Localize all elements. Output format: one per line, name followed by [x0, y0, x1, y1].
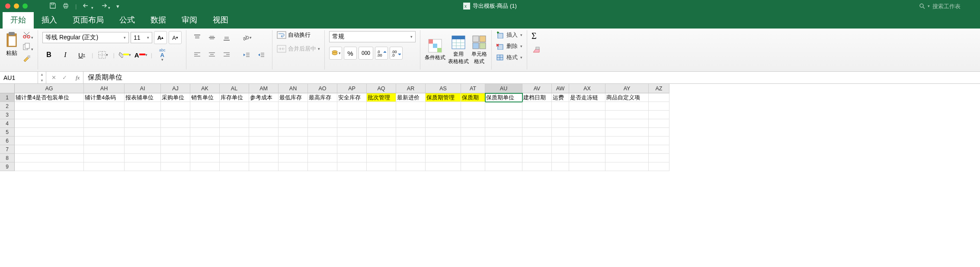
cell-AX3[interactable] [569, 111, 605, 119]
cell-AO9[interactable] [308, 162, 337, 171]
cell-AQ9[interactable] [367, 162, 396, 171]
row-header-4[interactable]: 4 [0, 119, 15, 128]
cell-AX8[interactable] [569, 154, 605, 162]
cell-AO3[interactable] [308, 111, 337, 119]
cell-AX4[interactable] [569, 119, 605, 128]
cell-AW1[interactable]: 运费 [552, 93, 569, 102]
cell-AN9[interactable] [279, 162, 308, 171]
cell-AP2[interactable] [337, 102, 367, 111]
cell-styles-button[interactable]: 单元格 格式 [471, 35, 487, 65]
cell-AQ7[interactable] [367, 145, 396, 154]
cell-AG2[interactable] [15, 102, 84, 111]
percent-icon[interactable]: % [344, 47, 357, 60]
cell-AV8[interactable] [522, 154, 552, 162]
column-header-AK[interactable]: AK [190, 84, 220, 93]
align-center-icon[interactable] [205, 48, 218, 61]
cell-AU6[interactable] [485, 137, 522, 145]
cell-AX9[interactable] [569, 162, 605, 171]
cell-AJ3[interactable] [161, 111, 190, 119]
cell-AQ1[interactable]: 批次管理 [367, 93, 396, 102]
cell-AM6[interactable] [249, 137, 279, 145]
tab-公式[interactable]: 公式 [112, 11, 143, 29]
cell-AW4[interactable] [552, 119, 569, 128]
autosum-icon[interactable]: Σ [532, 31, 541, 41]
column-header-AQ[interactable]: AQ [367, 84, 396, 93]
cell-AH2[interactable] [84, 102, 125, 111]
namebox-spinner[interactable]: ▲▼ [38, 72, 46, 83]
cut-icon[interactable]: ▾ [22, 31, 33, 40]
cell-AP9[interactable] [337, 162, 367, 171]
cell-AR6[interactable] [396, 137, 426, 145]
cell-AW9[interactable] [552, 162, 569, 171]
cell-AL4[interactable] [220, 119, 249, 128]
cell-AI3[interactable] [125, 111, 161, 119]
cell-AK5[interactable] [190, 128, 220, 137]
cell-AY2[interactable] [605, 102, 649, 111]
cell-AX6[interactable] [569, 137, 605, 145]
cell-AN1[interactable]: 最低库存 [279, 93, 308, 102]
cell-AZ4[interactable] [649, 119, 669, 128]
row-header-2[interactable]: 2 [0, 102, 15, 111]
cell-AV7[interactable] [522, 145, 552, 154]
tab-视图[interactable]: 视图 [205, 11, 236, 29]
cell-AI8[interactable] [125, 154, 161, 162]
cell-AT1[interactable]: 保质期 [461, 93, 485, 102]
cell-AK8[interactable] [190, 154, 220, 162]
cell-AZ6[interactable] [649, 137, 669, 145]
cell-AH3[interactable] [84, 111, 125, 119]
cell-AO2[interactable] [308, 102, 337, 111]
cell-AT5[interactable] [461, 128, 485, 137]
cell-AV9[interactable] [522, 162, 552, 171]
cell-AS6[interactable] [426, 137, 461, 145]
cell-AW5[interactable] [552, 128, 569, 137]
column-header-AO[interactable]: AO [308, 84, 337, 93]
cell-AL9[interactable] [220, 162, 249, 171]
format-cells-button[interactable]: 格式▾ [496, 54, 522, 61]
cell-AM5[interactable] [249, 128, 279, 137]
cell-AW8[interactable] [552, 154, 569, 162]
comma-icon[interactable]: 000 [359, 47, 373, 60]
cell-AM1[interactable]: 参考成本 [249, 93, 279, 102]
cell-AL1[interactable]: 库存单位 [220, 93, 249, 102]
cell-AM4[interactable] [249, 119, 279, 128]
cell-AK9[interactable] [190, 162, 220, 171]
cell-AG4[interactable] [15, 119, 84, 128]
cell-AV1[interactable]: 建档日期 [522, 93, 552, 102]
cancel-formula-icon[interactable]: ✕ [51, 74, 56, 81]
cell-AZ7[interactable] [649, 145, 669, 154]
align-top-icon[interactable] [191, 31, 204, 44]
cell-AX5[interactable] [569, 128, 605, 137]
cell-AU3[interactable] [485, 111, 522, 119]
cell-AJ6[interactable] [161, 137, 190, 145]
cell-AP5[interactable] [337, 128, 367, 137]
column-header-AY[interactable]: AY [605, 84, 649, 93]
cell-AO1[interactable]: 最高库存 [308, 93, 337, 102]
cell-AH6[interactable] [84, 137, 125, 145]
select-all-corner[interactable] [0, 84, 15, 93]
merge-center-button[interactable]: 合并后居中▾ [277, 45, 320, 53]
fx-icon[interactable]: fx [72, 72, 83, 83]
column-header-AP[interactable]: AP [337, 84, 367, 93]
cell-AY1[interactable]: 商品自定义项 [605, 93, 649, 102]
cell-AY9[interactable] [605, 162, 649, 171]
cell-AS9[interactable] [426, 162, 461, 171]
format-as-table-button[interactable]: 套用 表格格式 [448, 35, 469, 65]
row-header-3[interactable]: 3 [0, 111, 15, 119]
row-header-1[interactable]: 1 [0, 93, 15, 102]
increase-font-icon[interactable]: A▴ [154, 31, 167, 44]
cell-AQ3[interactable] [367, 111, 396, 119]
cell-AH7[interactable] [84, 145, 125, 154]
column-header-AS[interactable]: AS [426, 84, 461, 93]
cell-AK7[interactable] [190, 145, 220, 154]
cell-AQ4[interactable] [367, 119, 396, 128]
row-header-6[interactable]: 6 [0, 137, 15, 145]
cell-AY3[interactable] [605, 111, 649, 119]
underline-button[interactable]: U▾ [75, 48, 88, 61]
decrease-indent-icon[interactable] [240, 48, 253, 61]
cell-AL8[interactable] [220, 154, 249, 162]
copy-icon[interactable]: ▾ [22, 43, 33, 52]
column-header-AL[interactable]: AL [220, 84, 249, 93]
column-header-AR[interactable]: AR [396, 84, 426, 93]
cell-AU5[interactable] [485, 128, 522, 137]
cell-AI9[interactable] [125, 162, 161, 171]
